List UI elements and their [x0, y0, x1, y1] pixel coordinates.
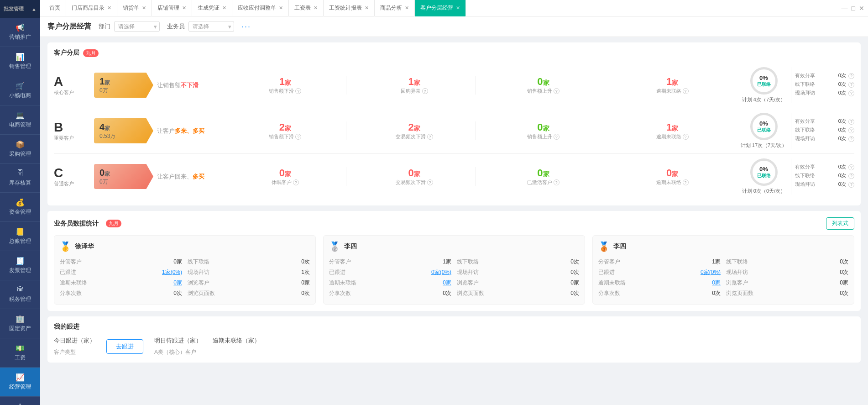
- sidebar-item-采购管理[interactable]: 📦采购管理: [0, 135, 40, 164]
- list-view-btn[interactable]: 列表式: [826, 217, 854, 230]
- sidebar-item-小畅电商[interactable]: 🛒小畅电商: [0, 76, 40, 105]
- staff-stat-val[interactable]: 0家: [173, 279, 182, 287]
- info-icon[interactable]: ?: [427, 179, 433, 185]
- tab-close-icon[interactable]: ✕: [182, 5, 186, 11]
- staff-stat-val: 0次: [443, 289, 451, 297]
- tier-amount: 0.53万: [99, 132, 153, 140]
- today-customer-label: 客户类型: [54, 348, 95, 356]
- sidebar-item-营销推广[interactable]: 📢营销推广: [0, 18, 40, 47]
- sidebar-item-库存核算[interactable]: 🗄库存核算: [0, 164, 40, 193]
- info-icon[interactable]: ?: [683, 179, 689, 185]
- tab-label: 生成凭证: [198, 4, 220, 12]
- staff-stat-label: 浏览页面数: [726, 289, 753, 297]
- staff-stat-row: 分管客户 0家: [60, 257, 182, 267]
- tab-工资表[interactable]: 工资表✕: [289, 0, 324, 16]
- more-filter-btn[interactable]: ···: [241, 22, 251, 32]
- sidebar-item-发票管理[interactable]: 🧾发票管理: [0, 251, 40, 280]
- stat-info-icon[interactable]: ?: [848, 90, 854, 96]
- staff-select[interactable]: 请选择: [188, 21, 234, 32]
- stat-info-icon[interactable]: ?: [848, 173, 854, 179]
- stat-info-icon[interactable]: ?: [848, 82, 854, 88]
- window-close-icon[interactable]: ✕: [859, 5, 864, 12]
- info-icon[interactable]: ?: [554, 88, 559, 94]
- tab-工资统计报表[interactable]: 工资统计报表✕: [324, 0, 375, 16]
- tier-count-num: 1家: [99, 76, 153, 87]
- stat-info-icon[interactable]: ?: [848, 136, 854, 142]
- staff-filter-group: 业务员 请选择: [167, 21, 234, 32]
- metric-unit: 家: [543, 170, 549, 178]
- staff-stats: 分管客户 1家 已跟进 0家(0%) 逾期未联络 0家 分享次数 0次 线下联络…: [598, 257, 848, 299]
- staff-stat-val[interactable]: 0家: [443, 279, 451, 287]
- tab-close-icon[interactable]: ✕: [365, 5, 369, 11]
- stat-info-icon[interactable]: ?: [848, 119, 854, 125]
- tab-首页[interactable]: 首页: [44, 0, 66, 16]
- stat-info-icon[interactable]: ?: [848, 182, 854, 188]
- sidebar-item-label: 小畅电商: [4, 92, 37, 100]
- metric-label: 交易频次下滑 ?: [357, 133, 471, 140]
- dept-select[interactable]: 请选择: [114, 21, 160, 32]
- tab-close-icon[interactable]: ✕: [279, 5, 283, 11]
- staff-section: 业务员数据统计 九月 列表式 🥇 徐泽华 分管客户 0家 已跟进 1家(0%) …: [47, 211, 861, 311]
- tab-生成凭证[interactable]: 生成凭证✕: [192, 0, 232, 16]
- tab-销货单[interactable]: 销货单✕: [117, 0, 152, 16]
- info-icon[interactable]: ?: [295, 88, 301, 94]
- info-icon[interactable]: ?: [683, 88, 689, 94]
- staff-stat-label: 线下联络: [457, 258, 479, 266]
- tab-客户分层经营[interactable]: 客户分层经营✕: [415, 0, 466, 16]
- tab-close-icon[interactable]: ✕: [405, 5, 409, 11]
- window-maximize-icon[interactable]: □: [852, 5, 855, 12]
- tab-close-icon[interactable]: ✕: [314, 5, 318, 11]
- info-icon[interactable]: ?: [295, 134, 301, 140]
- stat-info-icon[interactable]: ?: [848, 164, 854, 170]
- tab-商品分析[interactable]: 商品分析✕: [375, 0, 415, 16]
- sidebar-item-资金管理[interactable]: 💰资金管理: [0, 193, 40, 222]
- tab-close-icon[interactable]: ✕: [222, 5, 226, 11]
- staff-stat-val[interactable]: 1家(0%): [162, 268, 182, 276]
- sidebar-item-工资[interactable]: 💵工资: [0, 338, 40, 368]
- staff-stat-val[interactable]: 0家: [712, 279, 721, 287]
- stat-right-val: 0次 ?: [838, 72, 854, 79]
- info-icon[interactable]: ?: [554, 134, 559, 140]
- staff-stat-val: 0家: [840, 279, 848, 287]
- tab-close-icon[interactable]: ✕: [142, 5, 146, 11]
- info-icon[interactable]: ?: [554, 179, 559, 185]
- staff-stat-val[interactable]: 0家(0%): [431, 268, 451, 276]
- goto-follow-btn[interactable]: 去跟进: [106, 339, 143, 354]
- sidebar-item-经营管理[interactable]: 📈经营管理: [0, 368, 40, 397]
- stat-right-val: 0次 ?: [838, 89, 854, 96]
- today-follow-label: 今日跟进（家）: [54, 337, 95, 345]
- tab-门店商品目录[interactable]: 门店商品目录✕: [66, 0, 117, 16]
- tier-slogan: 让客户多来、多买: [157, 127, 221, 135]
- staff-stat-val[interactable]: 0家(0%): [701, 268, 721, 276]
- staff-stat-label: 分管客户: [60, 258, 82, 266]
- sidebar-item-固定资产[interactable]: 🏢固定资产: [0, 309, 40, 338]
- info-icon[interactable]: ?: [422, 88, 428, 94]
- tab-bar-actions[interactable]: — □ ✕: [842, 5, 864, 12]
- tab-close-icon[interactable]: ✕: [107, 5, 111, 11]
- sidebar-item-销售管理[interactable]: 📊销售管理: [0, 47, 40, 76]
- staff-stat-label: 浏览客户: [457, 279, 479, 287]
- info-icon[interactable]: ?: [683, 134, 689, 140]
- sidebar-logo[interactable]: 批发管理 ▲: [0, 0, 40, 18]
- staff-name-row: 🥉 李四: [598, 241, 848, 252]
- staff-stat-label: 分享次数: [598, 289, 620, 297]
- tab-label: 首页: [49, 4, 60, 12]
- window-minimize-icon[interactable]: —: [842, 5, 848, 12]
- tab-店铺管理[interactable]: 店铺管理✕: [152, 0, 192, 16]
- tab-close-icon[interactable]: ✕: [456, 5, 460, 11]
- info-icon[interactable]: ?: [427, 134, 433, 140]
- info-icon[interactable]: ?: [293, 179, 299, 185]
- circle-plan: 计划 0次（0天/次）: [742, 188, 785, 195]
- tab-应收应付调整单[interactable]: 应收应付调整单✕: [232, 0, 289, 16]
- tier-metrics: 2家 销售额下滑 ? 2家 交易频次下滑 ? 0家 销售额上升 ? 1家 逾期未…: [225, 121, 733, 140]
- sidebar-item-基础信息[interactable]: ℹ基础信息: [0, 397, 40, 405]
- circle-plan: 计划 4次（7天/次）: [742, 96, 785, 103]
- stat-info-icon[interactable]: ?: [848, 73, 854, 79]
- staff-stat-row: 已跟进 0家(0%): [329, 267, 451, 278]
- sidebar-item-税务管理[interactable]: 🏛税务管理: [0, 280, 40, 309]
- sidebar-item-总账管理[interactable]: 📒总账管理: [0, 222, 40, 251]
- sidebar-item-电商管理[interactable]: 💻电商管理: [0, 105, 40, 135]
- stat-info-icon[interactable]: ?: [848, 127, 854, 133]
- tier-circle-area: 0% 已联络 计划 17次（7天/次）: [737, 113, 791, 149]
- staff-stat-row: 线下联络 0次: [457, 257, 579, 267]
